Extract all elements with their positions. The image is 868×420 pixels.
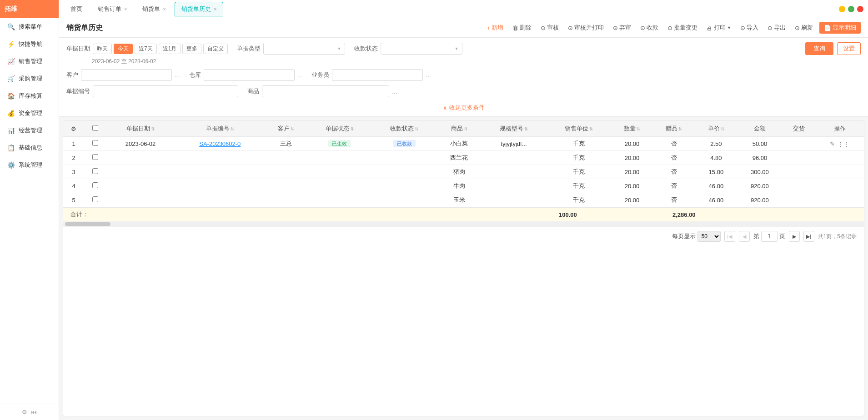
col-date-header[interactable]: 单据日期 ⇅ <box>106 121 175 137</box>
delete-button[interactable]: 🗑 删除 <box>510 22 534 33</box>
col-docstatus-header[interactable]: 单据状态 ⇅ <box>307 121 372 137</box>
row-checkbox[interactable] <box>92 168 98 174</box>
col-goods-header[interactable]: 商品 ⇅ <box>437 121 482 137</box>
unit-sort[interactable]: 销售单位 ⇅ <box>549 125 608 133</box>
import-button[interactable]: ⊙ 导入 <box>738 22 761 33</box>
sidebar-item-operations[interactable]: 📊 经营管理 <box>0 122 59 139</box>
tab-sales-goods-close[interactable]: × <box>163 6 166 12</box>
cell-checkbox[interactable] <box>84 137 106 151</box>
paystatus-sort[interactable]: 收款状态 ⇅ <box>375 125 434 133</box>
today-btn[interactable]: 今天 <box>114 44 133 54</box>
select-all-checkbox[interactable] <box>92 125 98 131</box>
scroll-thumb[interactable] <box>65 222 110 226</box>
page-size-select[interactable]: 50 100 200 <box>697 231 721 242</box>
last7-btn[interactable]: 近7天 <box>135 44 157 54</box>
docno-sort[interactable]: 单据编号 ⇅ <box>178 125 263 133</box>
sidebar-item-purchase-mgmt[interactable]: 🛒 采购管理 <box>0 70 59 87</box>
row-checkbox[interactable] <box>92 140 98 146</box>
sidebar-settings-icon[interactable]: ⚙ <box>22 409 27 415</box>
col-qty-header[interactable]: 数量 ⇅ <box>611 121 653 137</box>
tab-sales-history[interactable]: 销货单历史 × <box>175 2 223 16</box>
tab-home[interactable]: 首页 <box>64 2 89 16</box>
window-close-button[interactable] <box>857 6 863 12</box>
tab-sales-goods[interactable]: 销货单 × <box>135 2 172 16</box>
horizontal-scrollbar[interactable] <box>63 221 864 227</box>
doc-no-link[interactable]: SA-20230602-0 <box>199 140 241 147</box>
sidebar-item-sales-mgmt[interactable]: 📈 销售管理 <box>0 53 59 70</box>
col-price-header[interactable]: 单价 ⇅ <box>695 121 737 137</box>
custom-btn[interactable]: 自定义 <box>203 44 228 54</box>
new-button[interactable]: + 新增 <box>484 22 506 33</box>
doc-type-select[interactable]: ▼ <box>263 43 345 55</box>
set-button[interactable]: 设置 <box>837 42 861 55</box>
docstatus-sort[interactable]: 单据状态 ⇅ <box>310 125 370 133</box>
sidebar-collapse-icon[interactable]: ⏮ <box>31 409 37 415</box>
sales-rep-input[interactable] <box>332 69 423 81</box>
query-button[interactable]: 查询 <box>805 42 833 55</box>
col-docno-header[interactable]: 单据编号 ⇅ <box>175 121 266 137</box>
cell-checkbox[interactable] <box>84 179 106 193</box>
col-checkbox-header[interactable] <box>84 121 106 137</box>
doc-no-input[interactable] <box>93 85 238 97</box>
pay-status-select[interactable]: ▼ <box>381 43 462 55</box>
row-checkbox[interactable] <box>92 154 98 160</box>
export-button[interactable]: ⊙ 导出 <box>765 22 788 33</box>
sidebar-item-system-mgmt[interactable]: ⚙️ 系统管理 <box>0 156 59 174</box>
yesterday-btn[interactable]: 昨天 <box>93 44 112 54</box>
customer-input[interactable] <box>81 69 172 81</box>
col-settings[interactable]: ⚙ <box>63 121 84 137</box>
sidebar-item-finance[interactable]: 💰 资金管理 <box>0 105 59 122</box>
show-detail-button[interactable]: 📄 显示明细 <box>819 22 861 34</box>
sidebar-item-quick-nav[interactable]: ⚡ 快捷导航 <box>0 35 59 53</box>
more-action-icon[interactable]: ⋮⋮ <box>838 140 849 147</box>
sidebar-item-search-menu[interactable]: 🔍 搜索菜单 <box>0 18 59 35</box>
customer-sort[interactable]: 客户 ⇅ <box>268 125 304 133</box>
cell-checkbox[interactable] <box>84 151 106 165</box>
warehouse-input[interactable] <box>204 69 295 81</box>
collect-button[interactable]: ⊙ 收款 <box>637 22 661 33</box>
col-gift-header[interactable]: 赠品 ⇅ <box>653 121 695 137</box>
spec-sort[interactable]: 规格型号 ⇅ <box>484 125 544 133</box>
page-next-button[interactable]: ▶ <box>789 231 800 242</box>
last-month-btn[interactable]: 近1月 <box>159 44 181 54</box>
col-spec-header[interactable]: 规格型号 ⇅ <box>482 121 547 137</box>
batch-change-button[interactable]: ⊙ 批量变更 <box>665 22 700 33</box>
col-customer-header[interactable]: 客户 ⇅ <box>265 121 307 137</box>
sidebar-item-inventory[interactable]: 🏠 库存核算 <box>0 87 59 105</box>
table-settings-icon[interactable]: ⚙ <box>71 125 76 132</box>
tab-sales-order[interactable]: 销售订单 × <box>91 2 134 16</box>
row-checkbox[interactable] <box>92 182 98 188</box>
row-checkbox[interactable] <box>92 196 98 202</box>
audit-button[interactable]: ⊙ 审核 <box>538 22 562 33</box>
abandon-button[interactable]: ⊙ 弃审 <box>610 22 634 33</box>
tab-sales-history-close[interactable]: × <box>214 6 216 12</box>
print-button[interactable]: 🖨 打印 ▼ <box>704 22 734 33</box>
warehouse-dots[interactable]: ... <box>297 71 303 79</box>
page-prev-button[interactable]: ◀ <box>739 231 750 242</box>
price-sort[interactable]: 单价 ⇅ <box>698 125 734 133</box>
tab-sales-order-close[interactable]: × <box>124 6 127 12</box>
window-minimize-button[interactable] <box>839 6 845 12</box>
edit-icon[interactable]: ✎ <box>830 140 835 147</box>
col-paystatus-header[interactable]: 收款状态 ⇅ <box>372 121 437 137</box>
date-sort[interactable]: 单据日期 ⇅ <box>109 125 172 133</box>
qty-sort[interactable]: 数量 ⇅ <box>614 125 650 133</box>
cell-checkbox[interactable] <box>84 165 106 179</box>
audit-print-button[interactable]: ⊙ 审核并打印 <box>565 22 607 33</box>
window-maximize-button[interactable] <box>848 6 854 12</box>
more-btn[interactable]: 更多 <box>182 44 201 54</box>
goods-sort[interactable]: 商品 ⇅ <box>440 125 479 133</box>
collapse-button[interactable]: ∧ 收起更多条件 <box>66 102 861 112</box>
page-first-button[interactable]: |◀ <box>724 231 735 242</box>
col-unit-header[interactable]: 销售单位 ⇅ <box>546 121 611 137</box>
gift-sort[interactable]: 赠品 ⇅ <box>656 125 692 133</box>
refresh-button[interactable]: ⊙ 刷新 <box>792 22 816 33</box>
sales-rep-dots[interactable]: ... <box>426 71 431 79</box>
page-last-button[interactable]: ▶| <box>803 231 814 242</box>
customer-dots[interactable]: ... <box>175 71 180 79</box>
goods-input[interactable] <box>262 85 389 97</box>
cell-checkbox[interactable] <box>84 193 106 207</box>
sidebar-item-basic-info[interactable]: 📋 基础信息 <box>0 139 59 156</box>
page-number-input[interactable] <box>761 231 778 242</box>
goods-dots[interactable]: ... <box>392 88 397 95</box>
